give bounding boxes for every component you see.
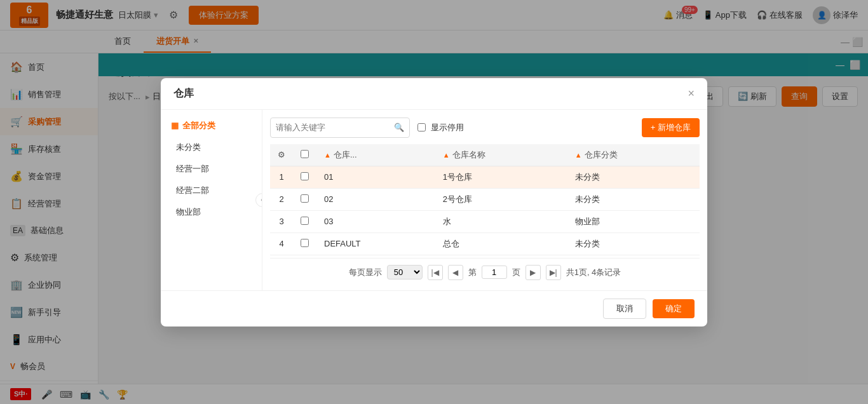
page-label: 第	[468, 267, 477, 278]
row-category-1: 未分类	[567, 166, 700, 188]
page-input[interactable]	[482, 266, 507, 279]
modal-footer: 取消 确定	[161, 290, 707, 327]
category-all-label: 全部分类	[182, 120, 215, 131]
row-name-3: 水	[435, 210, 567, 232]
sort-icon-name: ▲	[443, 151, 450, 159]
cat-item-ops1[interactable]: 经营一部	[161, 158, 262, 180]
table-row[interactable]: 3 03 水 物业部	[270, 210, 700, 232]
row-checkbox-4[interactable]	[301, 239, 309, 247]
col-header-check	[293, 144, 316, 166]
col-header-code: ▲仓库...	[316, 144, 435, 166]
per-page-label: 每页显示	[349, 267, 382, 278]
search-box: 🔍	[270, 118, 410, 138]
cancel-button[interactable]: 取消	[603, 299, 646, 319]
row-check-4	[293, 232, 316, 255]
sort-icon-cat: ▲	[575, 151, 582, 159]
col-header-settings: ⚙	[270, 144, 293, 166]
row-checkbox-3[interactable]	[301, 217, 309, 225]
table-body: 1 01 1号仓库 未分类 2	[270, 166, 700, 255]
add-warehouse-button[interactable]: + 新增仓库	[642, 118, 700, 137]
table-row[interactable]: 4 DEFAULT 总仓 未分类	[270, 232, 700, 255]
grid-icon: ▦	[171, 121, 179, 130]
row-category-4: 未分类	[567, 232, 700, 255]
select-all-checkbox[interactable]	[301, 150, 309, 158]
row-category-3: 物业部	[567, 210, 700, 232]
table-container: ⚙ ▲仓库... ▲仓库名称	[270, 144, 700, 255]
confirm-button[interactable]: 确定	[653, 299, 695, 318]
row-num-3: 3	[270, 210, 293, 232]
show-disabled-label: 显示停用	[431, 122, 464, 133]
modal-title: 仓库	[173, 87, 194, 100]
sort-icon: ▲	[324, 151, 331, 159]
show-disabled-toggle[interactable]: 显示停用	[417, 122, 464, 133]
table-panel: 🔍 显示停用 + 新增仓库 ⚙	[262, 110, 707, 290]
pg-first-button[interactable]: |◀	[428, 265, 443, 280]
modal-header: 仓库 ×	[161, 78, 707, 110]
pg-last-button[interactable]: ▶|	[546, 265, 561, 280]
row-name-2: 2号仓库	[435, 188, 567, 210]
modal-overlay: 仓库 × ▦ 全部分类 未分类 经营一部 经营二部 物业部 «	[0, 0, 868, 404]
show-disabled-checkbox[interactable]	[417, 123, 426, 131]
col-header-category: ▲仓库分类	[567, 144, 700, 166]
table-row[interactable]: 1 01 1号仓库 未分类	[270, 166, 700, 188]
cat-item-unclassified[interactable]: 未分类	[161, 137, 262, 158]
pg-prev-button[interactable]: ◀	[448, 265, 463, 280]
row-num-4: 4	[270, 232, 293, 255]
row-code-1: 01	[316, 166, 435, 188]
warehouse-modal: 仓库 × ▦ 全部分类 未分类 经营一部 经营二部 物业部 «	[161, 78, 707, 327]
search-input[interactable]	[271, 123, 389, 132]
pg-next-button[interactable]: ▶	[526, 265, 541, 280]
pagination-total: 共1页, 4条记录	[566, 267, 621, 278]
table-toolbar: 🔍 显示停用 + 新增仓库	[270, 118, 700, 138]
row-checkbox-1[interactable]	[301, 172, 309, 180]
row-checkbox-2[interactable]	[301, 194, 309, 203]
cat-item-ops2[interactable]: 经营二部	[161, 180, 262, 201]
row-num-2: 2	[270, 188, 293, 210]
table-row[interactable]: 2 02 2号仓库 未分类	[270, 188, 700, 210]
row-category-2: 未分类	[567, 188, 700, 210]
row-check	[293, 166, 316, 188]
row-name-1: 1号仓库	[435, 166, 567, 188]
row-code-2: 02	[316, 188, 435, 210]
row-name-4: 总仓	[435, 232, 567, 255]
row-check-3	[293, 210, 316, 232]
warehouse-table: ⚙ ▲仓库... ▲仓库名称	[270, 144, 700, 255]
table-header: ⚙ ▲仓库... ▲仓库名称	[270, 144, 700, 166]
col-header-name: ▲仓库名称	[435, 144, 567, 166]
row-code-3: 03	[316, 210, 435, 232]
page-unit: 页	[512, 267, 520, 278]
per-page-select[interactable]: 50 10 20 100	[387, 265, 423, 279]
cat-item-property[interactable]: 物业部	[161, 201, 262, 223]
search-icon[interactable]: 🔍	[389, 123, 409, 132]
pagination: 每页显示 50 10 20 100 |◀ ◀ 第 页 ▶ ▶| 共1页, 4条记…	[270, 258, 700, 283]
row-check-2	[293, 188, 316, 210]
row-code-4: DEFAULT	[316, 232, 435, 255]
category-panel: ▦ 全部分类 未分类 经营一部 经营二部 物业部 «	[161, 110, 262, 290]
modal-body: ▦ 全部分类 未分类 经营一部 经营二部 物业部 « 🔍	[161, 110, 707, 290]
row-actions: 1	[270, 166, 293, 188]
category-all-header[interactable]: ▦ 全部分类	[161, 115, 262, 137]
modal-close-button[interactable]: ×	[688, 87, 695, 100]
